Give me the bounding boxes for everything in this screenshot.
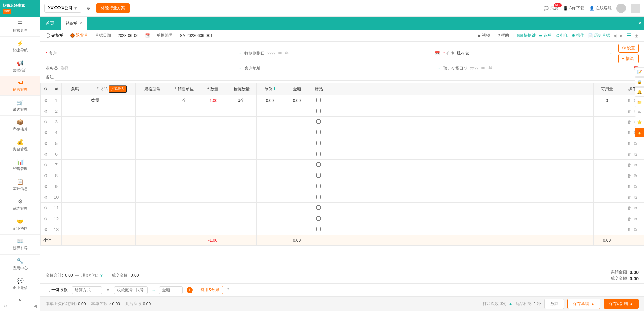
float-btn-7[interactable]: 🔥 [635,128,644,137]
row-product-0[interactable]: 拨贡 [88,95,136,106]
copy-icon-11[interactable]: ⧉ [634,217,637,221]
one-click-payment[interactable]: 一键收款 [46,287,68,293]
copy-icon-6[interactable]: ⧉ [634,163,637,167]
row-unit-6[interactable] [169,160,199,170]
view-grid-icon[interactable]: ⊞ [634,32,639,39]
user-avatar2[interactable] [631,4,640,13]
float-btn-5[interactable]: ✏ [635,108,644,117]
row-barcode-9[interactable] [62,192,88,203]
copy-icon-5[interactable]: ⧉ [634,152,637,157]
row-settings-9[interactable]: ⚙ [41,192,51,203]
row-spec-2[interactable] [136,117,169,127]
action-video[interactable]: ▶视频 [478,33,490,38]
customer-addr-input[interactable] [262,65,435,72]
sidebar-item-system[interactable]: ⚙ 系统管理 [0,195,40,215]
row-settings-7[interactable]: ⚙ [41,170,51,181]
row-amount-0[interactable]: 0.00 [283,95,310,106]
row-ops-7[interactable]: 🗑 ⧉ [620,170,644,181]
radio-sales[interactable]: 销货单 [46,33,64,38]
row-pkg-0[interactable]: 1个 [226,95,257,106]
row-gift-8[interactable] [310,181,327,192]
row-qty-9[interactable] [199,192,226,203]
row-amount-6[interactable] [283,160,310,170]
sidebar-item-vip[interactable]: V 畅会员 [0,294,40,301]
delete-icon-2[interactable]: 🗑 [627,120,631,124]
row-spec-3[interactable] [136,127,169,138]
float-btn-6[interactable]: ⭐ [635,118,644,127]
row-gift-3[interactable] [310,127,327,138]
payment-account-input[interactable] [114,286,148,294]
action-help[interactable]: ?帮助 [498,33,509,38]
sidebar-item-search[interactable]: ☰ 搜索菜单 [0,17,40,37]
row-barcode-10[interactable] [62,203,88,213]
row-amount-2[interactable] [283,117,310,127]
row-remark-9[interactable] [327,192,594,203]
row-gift-12[interactable] [310,224,327,235]
float-btn-4[interactable]: 📁 [635,98,644,107]
row-pkg-6[interactable] [226,160,257,170]
copy-icon-9[interactable]: ⧉ [634,195,637,200]
radio-return-input[interactable] [70,33,75,38]
delete-icon-3[interactable]: 🗑 [627,130,631,135]
row-product-7[interactable] [88,170,136,181]
footer-collapse-icon[interactable]: ◀ [34,304,37,308]
action-shortcuts[interactable]: ⌨快捷键 [517,33,536,38]
copy-icon-10[interactable]: ⧉ [634,206,637,210]
trial-button[interactable]: 体验行业方案 [96,3,130,13]
row-pkg-4[interactable] [226,138,257,149]
nav-prev-icon[interactable]: ◀ [613,33,616,38]
row-price-1[interactable] [257,106,283,117]
row-amount-7[interactable] [283,170,310,181]
tab-close-icon[interactable]: × [80,21,82,26]
row-qty-6[interactable] [199,160,226,170]
row-unit-12[interactable] [169,224,199,235]
delete-icon-4[interactable]: 🗑 [627,141,631,146]
row-settings-8[interactable]: ⚙ [41,181,51,192]
row-pkg-3[interactable] [226,127,257,138]
row-amount-11[interactable] [283,213,310,224]
row-unit-9[interactable] [169,192,199,203]
row-unit-4[interactable] [169,138,199,149]
abandon-button[interactable]: 放弃 [544,299,564,309]
company-selector[interactable]: XXXXXX公司 ▼ [44,4,81,13]
row-amount-4[interactable] [283,138,310,149]
row-price-7[interactable] [257,170,283,181]
row-spec-5[interactable] [136,149,169,160]
row-pkg-2[interactable] [226,117,257,127]
delete-icon-11[interactable]: 🗑 [627,217,631,221]
delete-icon-9[interactable]: 🗑 [627,195,631,200]
tab-sales-order[interactable]: 销货单 × [61,17,87,30]
row-remark-11[interactable] [327,213,594,224]
row-pkg-7[interactable] [226,170,257,181]
delete-icon-0[interactable]: 🗑 [627,98,631,103]
float-btn-3[interactable]: 🔔 [635,87,644,97]
row-product-2[interactable] [88,117,136,127]
row-remark-4[interactable] [327,138,594,149]
delete-icon-12[interactable]: 🗑 [627,227,631,232]
th-settings[interactable]: ⚙ [41,83,51,95]
row-spec-9[interactable] [136,192,169,203]
row-product-9[interactable] [88,192,136,203]
row-gift-6[interactable] [310,160,327,170]
row-product-10[interactable] [88,203,136,213]
row-gift-2[interactable] [310,117,327,127]
settings-button[interactable]: ⚙ 设置 [618,44,639,53]
row-settings-10[interactable]: ⚙ [41,203,51,213]
row-unit-8[interactable] [169,181,199,192]
row-settings-11[interactable]: ⚙ [41,213,51,224]
due-date-cal-icon[interactable]: 📅 [435,51,440,56]
calendar-icon[interactable]: 📅 [145,33,150,38]
copy-icon-4[interactable]: ⧉ [634,141,637,146]
row-qty-7[interactable] [199,170,226,181]
row-remark-7[interactable] [327,170,594,181]
row-spec-7[interactable] [136,170,169,181]
row-price-4[interactable] [257,138,283,149]
action-select[interactable]: ☰选单 [539,33,552,38]
copy-icon-8[interactable]: ⧉ [634,184,637,189]
row-unit-5[interactable] [169,149,199,160]
tabbar-close-button[interactable]: × [638,20,641,26]
row-amount-5[interactable] [283,149,310,160]
row-remark-1[interactable] [327,106,594,117]
row-spec-8[interactable] [136,181,169,192]
copy-icon-7[interactable]: ⧉ [634,173,637,178]
